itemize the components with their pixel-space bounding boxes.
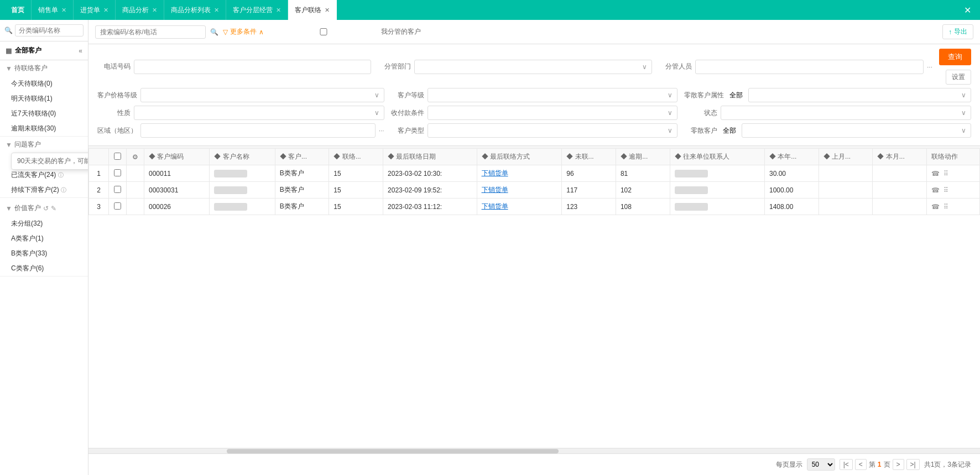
sidebar-group-problem: ▼ 问题客户 流失预警客户(3) ● 90天未交易的客户，可能有流失风险。 已流…: [0, 137, 88, 198]
close-purchase-icon[interactable]: ✕: [103, 7, 108, 14]
payment-select[interactable]: ∨: [428, 106, 678, 120]
sidebar-search-input[interactable]: [15, 24, 84, 36]
cell-this-month: [873, 165, 927, 182]
customer-type-select[interactable]: ∨: [428, 123, 678, 138]
tab-analysis[interactable]: 商品分析 ✕: [116, 0, 164, 20]
person-input[interactable]: [695, 60, 924, 74]
export-button[interactable]: ↑ 导出: [942, 24, 973, 39]
col-header-name: ◆ 客户名称: [210, 149, 275, 165]
main-layout: 🔍 ▦ 全部客户 « ▼ 待联络客户 今天待联络(0) 明天待联络(1) 近7天…: [0, 20, 980, 475]
action-contact-icon[interactable]: ☎: [931, 170, 940, 178]
sidebar-item-7days[interactable]: 近7天待联络(0): [0, 106, 88, 121]
close-analysis-list-icon[interactable]: ✕: [214, 7, 219, 14]
close-analysis-icon[interactable]: ✕: [152, 7, 157, 14]
more-filter-button[interactable]: ▽ 更多条件 ∧: [223, 27, 264, 36]
adv-filter-status: 状态 ∨: [684, 106, 971, 120]
search-input[interactable]: [95, 25, 206, 39]
tab-customer-layer[interactable]: 客户分层经营 ✕: [226, 0, 288, 20]
value-edit-icon[interactable]: ✎: [51, 205, 56, 212]
row-checkbox[interactable]: [114, 169, 121, 176]
status-select[interactable]: ∨: [721, 106, 971, 120]
sidebar-group-value-title[interactable]: ▼ 价值客户 ↺ ✎: [0, 200, 88, 216]
cell-name: [210, 182, 275, 199]
sidebar-item-tomorrow[interactable]: 明天待联络(1): [0, 91, 88, 106]
action-more-icon[interactable]: ⠿: [943, 186, 948, 194]
nature-select[interactable]: ∨: [134, 106, 384, 120]
value-refresh-icon[interactable]: ↺: [43, 205, 49, 212]
sidebar-item-ungrouped[interactable]: 未分组(32): [0, 216, 88, 231]
scrollbar-thumb[interactable]: [227, 449, 559, 453]
first-page-button[interactable]: |<: [840, 459, 853, 470]
adv-filter-person: 分管人员 ···: [659, 60, 932, 74]
adv-filter-row-4: 区域（地区） ··· 客户类型 ∨ 零散客户 全部 ∨: [97, 123, 971, 138]
action-contact-icon[interactable]: ☎: [931, 186, 940, 194]
select-all-checkbox[interactable]: [114, 153, 121, 160]
close-sales-icon[interactable]: ✕: [61, 7, 66, 14]
query-button[interactable]: 查询: [939, 49, 971, 65]
phone-input[interactable]: [134, 60, 371, 74]
sidebar-item-churned[interactable]: 已流失客户(24) ⓘ: [0, 168, 88, 182]
retail-select[interactable]: ∨: [742, 123, 971, 138]
sidebar-group-pending-title[interactable]: ▼ 待联络客户: [0, 60, 88, 76]
table-settings-icon[interactable]: ⚙: [132, 153, 138, 161]
cell-level: B类客户: [275, 182, 329, 199]
action-contact-icon[interactable]: ☎: [931, 203, 940, 211]
retail-attr-select[interactable]: ∨: [748, 88, 971, 102]
retail-attr-arrow-icon: ∨: [961, 91, 966, 99]
area-input[interactable]: [140, 123, 376, 138]
area-dots-icon[interactable]: ···: [379, 127, 384, 134]
sidebar-item-a-class[interactable]: A类客户(1): [0, 231, 88, 246]
cell-this-month: [873, 199, 927, 215]
adv-filter-row-1: 电话号码 分管部门 ∨ 分管人员 ··· 查询 设置: [97, 49, 971, 85]
col-header-this-year: ◆ 本年...: [764, 149, 819, 165]
col-header-overdue: ◆ 逾期...: [616, 149, 670, 165]
cell-action: ☎ ⠿: [927, 165, 980, 182]
person-dots-icon[interactable]: ···: [927, 63, 932, 71]
nature-arrow-icon: ∨: [374, 109, 379, 117]
dept-select[interactable]: ∨: [414, 60, 651, 74]
close-customer-contact-icon[interactable]: ✕: [325, 7, 330, 14]
sidebar-item-c-class[interactable]: C类客户(6): [0, 261, 88, 276]
sidebar-collapse-icon[interactable]: «: [79, 47, 82, 55]
adv-filter-nature: 性质 ∨: [97, 106, 384, 120]
window-close-button[interactable]: ✕: [960, 5, 976, 15]
cell-check: [109, 165, 127, 182]
sidebar-item-today[interactable]: 今天待联络(0): [0, 76, 88, 91]
tab-customer-contact[interactable]: 客户联络 ✕: [288, 0, 337, 20]
search-button[interactable]: 🔍: [210, 28, 218, 36]
sidebar: 🔍 ▦ 全部客户 « ▼ 待联络客户 今天待联络(0) 明天待联络(1) 近7天…: [0, 20, 88, 475]
cell-last-way: 下销货单: [477, 165, 562, 182]
next-page-button[interactable]: >: [893, 459, 904, 470]
settings-button[interactable]: 设置: [946, 70, 971, 85]
sidebar-item-declining[interactable]: 持续下滑客户(2) ⓘ: [0, 182, 88, 197]
sidebar-item-b-class[interactable]: B类客户(33): [0, 246, 88, 261]
cell-last-way: 下销货单: [477, 199, 562, 215]
tab-analysis-list[interactable]: 商品分析列表 ✕: [164, 0, 226, 20]
table-footer: 每页显示 50 100 |< < 第 1 页 > >| 共1页，3条记录: [88, 453, 980, 475]
tab-purchase[interactable]: 进货单 ✕: [74, 0, 116, 20]
my-customer-checkbox[interactable]: [268, 28, 379, 35]
row-checkbox[interactable]: [114, 202, 121, 210]
price-level-select[interactable]: ∨: [140, 88, 384, 102]
close-customer-layer-icon[interactable]: ✕: [276, 7, 281, 14]
per-page-select[interactable]: 50 100: [807, 458, 835, 471]
data-table: ⚙ ◆ 客户编码 ◆ 客户名称 ◆ 客户... ◆ 联络...: [88, 148, 980, 215]
dept-arrow-icon: ∨: [642, 63, 647, 71]
customer-level-select[interactable]: ∨: [428, 88, 678, 102]
customer-type-arrow-icon: ∨: [668, 127, 673, 134]
action-more-icon[interactable]: ⠿: [943, 203, 948, 211]
tab-sales[interactable]: 销售单 ✕: [32, 0, 74, 20]
prev-page-button[interactable]: <: [855, 459, 867, 470]
action-more-icon[interactable]: ⠿: [943, 170, 948, 178]
sidebar-group-problem-title[interactable]: ▼ 问题客户: [0, 137, 88, 153]
cell-last-date: 2023-03-02 10:30:: [383, 165, 477, 182]
tab-home[interactable]: 首页: [4, 0, 32, 20]
customer-level-arrow-icon: ∨: [668, 91, 673, 99]
last-page-button[interactable]: >|: [906, 459, 920, 470]
horizontal-scrollbar[interactable]: [88, 448, 980, 453]
sidebar-item-overdue[interactable]: 逾期未联络(30): [0, 121, 88, 136]
data-table-area: ⚙ ◆ 客户编码 ◆ 客户名称 ◆ 客户... ◆ 联络...: [88, 148, 980, 448]
row-checkbox[interactable]: [114, 186, 121, 193]
cell-last-way: 下销货单: [477, 182, 562, 199]
cell-name: [210, 165, 275, 182]
